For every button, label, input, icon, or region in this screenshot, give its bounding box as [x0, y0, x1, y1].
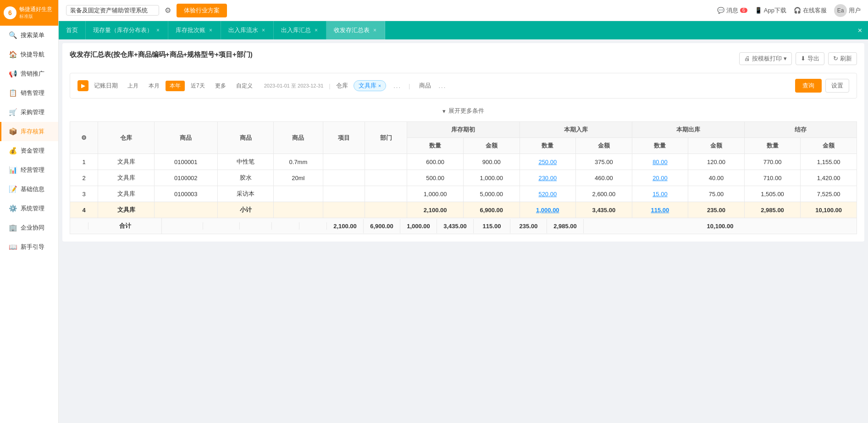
th-period-begin: 库存期初 [407, 122, 520, 138]
table-settings-icon[interactable]: ⚙ [81, 134, 87, 141]
row-out-amt: 75.00 [688, 186, 745, 202]
warehouse-tag-text: 文具库 [359, 82, 376, 90]
message-label: 消息 [726, 6, 738, 15]
tab-stock-dist[interactable]: 现存量（库存分布表）× [86, 21, 168, 39]
tabbar-close-all-btn[interactable]: ✕ [852, 21, 868, 39]
row-in-amt: 460.00 [576, 170, 632, 186]
sidebar-item-search[interactable]: 🔍 搜索菜单 [0, 26, 58, 45]
date-btn-本年[interactable]: 本年 [166, 81, 185, 91]
sidebar-item-sales[interactable]: 📋 销售管理 [0, 83, 58, 103]
export-btn[interactable]: ⬇ 导出 [796, 52, 824, 65]
separator-1: | [329, 82, 330, 89]
sidebar-label-enterprise: 企业协同 [21, 224, 44, 232]
warehouse-tag-close-icon[interactable]: × [378, 83, 381, 88]
experience-btn[interactable]: 体验行业方案 [177, 4, 227, 17]
tab-batch[interactable]: 库存批次账× [168, 21, 221, 39]
sidebar-label-stock: 库存核算 [21, 127, 44, 136]
system-select[interactable]: 装备及固定资产辅助管理系统 [66, 5, 159, 16]
expand-chevron-icon: ▾ [442, 108, 446, 115]
tab-home[interactable]: 首页 [59, 21, 86, 39]
row-in-qty[interactable]: 1,000.00 [520, 202, 576, 218]
sidebar-item-quick-nav[interactable]: 🏠 快捷导航 [0, 45, 58, 64]
row-in-amt: 3,435.00 [576, 202, 632, 218]
tab-label-recv-send-summary: 收发存汇总表 [334, 26, 370, 34]
online-service-btn[interactable]: 🎧 在线客服 [794, 6, 827, 15]
expand-more-btn[interactable]: ▾ 展开更多条件 [70, 104, 857, 118]
warehouse-tag[interactable]: 文具库 × [354, 80, 386, 91]
sidebar-item-base-info[interactable]: 📝 基础信息 [0, 180, 58, 199]
row-spec [274, 186, 323, 202]
th-begin-amt: 金额 [463, 138, 520, 154]
goods-more-btn[interactable]: ... [437, 82, 448, 89]
message-btn[interactable]: 💬 消息 6 [717, 6, 747, 15]
tabbar: 首页现存量（库存分布表）×库存批次账×出入库流水×出入库汇总×收发存汇总表×✕ [59, 21, 868, 39]
row-seq: 1 [70, 154, 98, 170]
export-icon: ⬇ [801, 55, 806, 62]
sidebar-item-purchase[interactable]: 🛒 采购管理 [0, 103, 58, 122]
sidebar-icon-stock: 📦 [9, 127, 17, 136]
row-begin-amt: 5,000.00 [463, 186, 520, 202]
warehouse-more-btn[interactable]: ... [392, 82, 403, 89]
row-name: 中性笔 [217, 154, 274, 170]
settings-gear-icon[interactable]: ⚙ [163, 4, 173, 16]
tab-close-inout-summary[interactable]: × [314, 26, 319, 34]
headset-icon: 🎧 [794, 7, 801, 14]
tab-close-stock-dist[interactable]: × [155, 26, 160, 34]
sidebar-item-operations[interactable]: 📊 经营管理 [0, 160, 58, 180]
row-project [323, 186, 365, 202]
sidebar-label-guide: 新手引导 [21, 243, 44, 251]
date-btn-上月[interactable]: 上月 [123, 81, 143, 91]
tab-recv-send-summary[interactable]: 收发存汇总表× [326, 21, 385, 39]
row-seq: 2 [70, 170, 98, 186]
row-out-qty[interactable]: 115.00 [632, 202, 688, 218]
row-out-qty[interactable]: 20.00 [632, 170, 688, 186]
date-btn-自定义[interactable]: 自定义 [232, 81, 257, 91]
sidebar-item-system[interactable]: ⚙️ 系统管理 [0, 199, 58, 218]
footer-begin-qty: 2,100.00 [327, 219, 364, 233]
date-btn-近7天[interactable]: 近7天 [187, 81, 209, 91]
filter-settings-btn[interactable]: 设置 [825, 79, 849, 93]
row-out-qty[interactable]: 80.00 [632, 154, 688, 170]
print-btn[interactable]: 🖨 按模板打印 ▾ [739, 52, 792, 65]
tab-inout-flow[interactable]: 出入库流水× [221, 21, 274, 39]
row-project [323, 154, 365, 170]
query-btn[interactable]: 查询 [795, 79, 822, 93]
row-in-qty[interactable]: 250.00 [520, 154, 576, 170]
footer-empty-6 [299, 222, 327, 230]
sidebar-item-marketing[interactable]: 📢 营销推广 [0, 64, 58, 83]
row-dept [365, 186, 407, 202]
th-period-in: 本期入库 [520, 122, 632, 138]
topbar-right: 💬 消息 6 📱 App下载 🎧 在线客服 Ea 用户 [717, 4, 861, 17]
th-period-out: 本期出库 [632, 122, 744, 138]
date-btn-更多[interactable]: 更多 [211, 81, 230, 91]
refresh-btn[interactable]: ↻ 刷新 [828, 52, 857, 65]
row-out-amt: 120.00 [688, 154, 745, 170]
filter-toggle-btn[interactable]: ▶ [77, 80, 88, 91]
user-menu[interactable]: Ea 用户 [834, 4, 861, 17]
tab-close-batch[interactable]: × [208, 26, 213, 34]
sidebar-icon-guide: 📖 [9, 243, 17, 251]
goods-filter-label: 商品 [419, 82, 431, 90]
sidebar-item-enterprise[interactable]: 🏢 企业协同 [0, 218, 58, 237]
app-download-btn[interactable]: 📱 App下载 [755, 6, 786, 15]
tab-close-inout-flow[interactable]: × [261, 26, 266, 34]
phone-icon: 📱 [755, 7, 762, 14]
tab-inout-summary[interactable]: 出入库汇总× [274, 21, 326, 39]
table-header-group-row: ⚙ 仓库 商品 商品 商品 项目 部门 库存期初 本期入库 本期出库 结存 [70, 122, 857, 138]
row-in-amt: 2,600.00 [576, 186, 632, 202]
message-icon: 💬 [717, 7, 724, 14]
row-warehouse: 文具库 [98, 202, 155, 218]
tab-close-recv-send-summary[interactable]: × [372, 26, 377, 34]
sidebar-label-system: 系统管理 [21, 204, 44, 213]
row-out-qty[interactable]: 15.00 [632, 186, 688, 202]
footer-in-qty: 1,000.00 [400, 219, 437, 233]
row-warehouse: 文具库 [98, 186, 155, 202]
print-chevron-icon: ▾ [784, 55, 787, 62]
sidebar-item-stock[interactable]: 📦 库存核算 [0, 122, 58, 141]
sidebar-item-finance[interactable]: 💰 资金管理 [0, 141, 58, 160]
table-row: 2 文具库 0100002 胶水 20ml 500.00 1,000.00 23… [70, 170, 857, 186]
sidebar-item-guide[interactable]: 📖 新手引导 [0, 237, 58, 257]
date-btn-本月[interactable]: 本月 [144, 81, 164, 91]
row-in-qty[interactable]: 520.00 [520, 186, 576, 202]
row-in-qty[interactable]: 230.00 [520, 170, 576, 186]
